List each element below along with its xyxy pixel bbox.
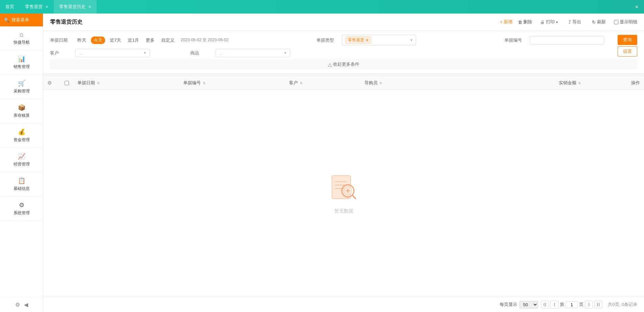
main-layout: 🔍 搜索菜单 ⌂ 快捷导航 📊 销售管理 🛒 采购管理 📦 库存核算 💰 资金管… [0, 14, 644, 312]
collapse-icon[interactable]: ◀ [24, 302, 28, 308]
sidebar-item-sales-mgmt[interactable]: 📊 销售管理 [0, 50, 43, 75]
print-icon: 🖨 [540, 20, 545, 25]
top-bar: 首页 零售退货 ✕ 零售退货历史 ✕ ✕ [0, 0, 644, 14]
guide-sort-icon[interactable]: ⇅ [379, 81, 382, 85]
new-button[interactable]: + 新增 [500, 19, 512, 25]
select-all-checkbox[interactable] [65, 81, 69, 85]
sidebar-item-finance[interactable]: 💰 资金管理 [0, 124, 43, 148]
customer-label: 客户 [50, 50, 69, 56]
goods-select[interactable]: ... ▾ [216, 49, 290, 57]
sales-icon: 📊 [18, 55, 25, 63]
type-label: 单据类型 [316, 37, 335, 43]
amount-sort-icon[interactable]: ⇅ [578, 81, 581, 85]
pagination: 每页显示 20 50 100 ⟨⟨ ⟨ 第 页 ⟩ ⟩⟩ 共0页, 0条记录 [43, 297, 644, 312]
type-tag-close-icon[interactable]: ✕ [365, 38, 369, 43]
customer-select[interactable]: ... ▾ [75, 49, 150, 57]
delete-icon: 🗑 [518, 20, 522, 25]
th-settings: ⚙ [43, 76, 60, 90]
page-size-dropdown[interactable]: 20 50 100 [519, 301, 538, 309]
export-button[interactable]: ⤴ 导出 [566, 18, 584, 26]
tab-retail-return-close-icon[interactable]: ✕ [45, 5, 48, 9]
date-sort-icon[interactable]: ⇅ [97, 81, 100, 85]
query-buttons: 查询 设置 [618, 35, 637, 57]
table-header-row: ⚙ 单据日期 ⇅ 单据编号 ⇅ [43, 76, 644, 90]
page-nav: ⟨⟨ ⟨ 第 页 ⟩ ⟩⟩ [541, 300, 602, 309]
number-input[interactable] [530, 36, 604, 44]
window-close-button[interactable]: ✕ [635, 4, 644, 9]
first-page-button[interactable]: ⟨⟨ [541, 300, 549, 309]
collapse-filter-button[interactable]: △ 收起更多条件 [50, 59, 637, 69]
date-opt-1month[interactable]: 近1月 [126, 37, 141, 44]
query-button[interactable]: 查询 [618, 35, 637, 45]
next-page-button[interactable]: ⟩ [585, 300, 593, 309]
operations-icon: 📈 [18, 153, 25, 160]
filter-row-date: 单据日期 昨天 今天 近7天 近1月 更多 自定义 2023-06-02 至 2… [50, 35, 604, 45]
inventory-icon: 📦 [18, 104, 25, 111]
filter-row-customer: 客户 ... ▾ 商品 ... ▾ [50, 49, 604, 57]
data-table: ⚙ 单据日期 ⇅ 单据编号 ⇅ [43, 76, 644, 90]
sidebar-item-inventory[interactable]: 📦 库存核算 [0, 99, 43, 124]
header-actions: + 新增 🗑 删除 🖨 打印 ▾ ⤴ 导出 ↻ 刷新 [500, 18, 637, 26]
empty-state: 暂无数据 [43, 90, 644, 297]
last-page-button[interactable]: ⟩⟩ [594, 300, 602, 309]
setting-button[interactable]: 设置 [618, 46, 637, 57]
th-checkbox [60, 76, 73, 90]
tab-retail-return-history[interactable]: 零售退货历史 ✕ [54, 0, 97, 14]
tab-retail-return-history-close-icon[interactable]: ✕ [88, 5, 91, 9]
print-button[interactable]: 🖨 打印 ▾ [538, 18, 560, 26]
date-range-display: 2023-06-02 至 2023-06-02 [181, 37, 228, 43]
customer-placeholder: ... [79, 50, 83, 55]
sidebar-item-quick-nav[interactable]: ⌂ 快捷导航 [0, 26, 43, 50]
total-info: 共0页, 0条记录 [608, 302, 637, 308]
goods-label: 商品 [190, 50, 209, 56]
display-switch[interactable]: 显示明细 [614, 19, 637, 25]
date-opt-yesterday[interactable]: 昨天 [75, 37, 88, 44]
date-opt-custom[interactable]: 自定义 [159, 37, 176, 44]
type-tag: 零售退货 ✕ [345, 37, 371, 44]
filter-area: 单据日期 昨天 今天 近7天 近1月 更多 自定义 2023-06-02 至 2… [43, 31, 644, 74]
date-opt-7days[interactable]: 近7天 [108, 37, 123, 44]
th-guide: 导购员 ⇅ [360, 76, 451, 90]
number-label: 单据编号 [504, 37, 523, 43]
home-icon: ⌂ [20, 31, 23, 38]
number-sort-icon[interactable]: ⇅ [203, 81, 206, 85]
page-header: 零售退货历史 + 新增 🗑 删除 🖨 打印 ▾ ⤴ 导出 ↻ [43, 14, 644, 31]
refresh-button[interactable]: ↻ 刷新 [589, 18, 609, 26]
search-icon: 🔍 [4, 18, 9, 23]
sys-mgmt-icon: ⚙ [19, 201, 24, 209]
type-select[interactable]: 零售退货 ✕ ▾ [342, 35, 416, 45]
tab-home[interactable]: 首页 [0, 0, 20, 14]
purchase-icon: 🛒 [18, 80, 25, 87]
content-area: 零售退货历史 + 新增 🗑 删除 🖨 打印 ▾ ⤴ 导出 ↻ [43, 14, 644, 312]
empty-state-icon [327, 172, 361, 203]
prev-page-button[interactable]: ⟨ [550, 300, 558, 309]
th-spacer [451, 76, 479, 90]
page-number-input[interactable] [566, 301, 578, 308]
sidebar-bottom: ⚙ ◀ [0, 297, 43, 312]
table-settings-icon[interactable]: ⚙ [47, 80, 52, 86]
export-icon: ⤴ [569, 20, 571, 25]
date-options: 昨天 今天 近7天 近1月 更多 自定义 2023-06-02 至 2023-0… [75, 37, 229, 44]
sidebar: 🔍 搜索菜单 ⌂ 快捷导航 📊 销售管理 🛒 采购管理 📦 库存核算 💰 资金管… [0, 14, 43, 312]
sidebar-item-base-info[interactable]: 📋 基础信息 [0, 172, 43, 197]
sidebar-item-operations[interactable]: 📈 经营管理 [0, 148, 43, 172]
empty-text: 暂无数据 [334, 208, 353, 214]
th-actions: 操作 [585, 76, 644, 90]
sidebar-search[interactable]: 🔍 搜索菜单 [0, 14, 43, 26]
date-opt-more[interactable]: 更多 [144, 37, 157, 44]
page-title: 零售退货历史 [50, 19, 500, 26]
delete-button[interactable]: 🗑 删除 [518, 19, 532, 25]
sidebar-item-purchase-mgmt[interactable]: 🛒 采购管理 [0, 75, 43, 99]
goods-select-arrow-icon: ▾ [284, 51, 286, 55]
settings-bottom-icon[interactable]: ⚙ [15, 302, 20, 308]
svg-line-6 [352, 195, 356, 199]
th-customer: 客户 ⇅ [285, 76, 360, 90]
customer-sort-icon[interactable]: ⇅ [300, 81, 303, 85]
page-size-select: 每页显示 20 50 100 [500, 301, 538, 309]
date-opt-today[interactable]: 今天 [91, 37, 105, 44]
sidebar-item-sys-mgmt[interactable]: ⚙ 系统管理 [0, 197, 43, 221]
display-detail-checkbox[interactable] [614, 20, 618, 24]
th-number: 单据编号 ⇅ [179, 76, 285, 90]
tab-retail-return[interactable]: 零售退货 ✕ [20, 0, 54, 14]
base-info-icon: 📋 [18, 177, 25, 184]
